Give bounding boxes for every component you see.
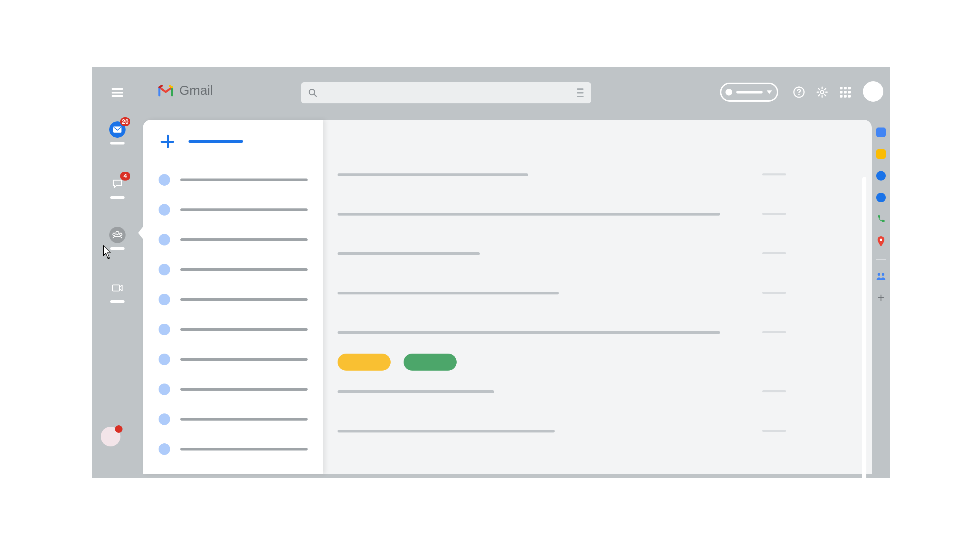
spaces-flyout-panel xyxy=(143,120,323,474)
list-item[interactable] xyxy=(159,234,308,246)
gear-icon xyxy=(816,86,828,98)
spaces-list xyxy=(159,174,308,455)
mail-badge: 20 xyxy=(120,117,130,126)
message-meta xyxy=(762,390,786,392)
chat-icon: 4 xyxy=(109,176,126,192)
item-label-placeholder xyxy=(180,448,308,450)
help-icon xyxy=(793,86,805,98)
svg-rect-13 xyxy=(113,127,121,133)
rail-label-placeholder xyxy=(110,142,124,144)
brand[interactable]: Gmail xyxy=(158,83,213,98)
gmail-app-window: Gmail xyxy=(92,67,890,478)
item-label-placeholder xyxy=(180,268,308,271)
gmail-logo-icon xyxy=(158,85,173,97)
app-header: Gmail xyxy=(92,67,890,118)
svg-point-4 xyxy=(821,90,824,94)
svg-line-12 xyxy=(825,89,826,89)
support-button[interactable] xyxy=(792,85,806,99)
item-label-placeholder xyxy=(180,298,308,301)
avatar-icon xyxy=(159,414,170,425)
list-item[interactable] xyxy=(159,414,308,425)
contacts-icon[interactable] xyxy=(876,193,886,202)
item-label-placeholder xyxy=(180,328,308,331)
message-row[interactable] xyxy=(337,173,528,176)
app-rail: 20 4 xyxy=(92,118,143,478)
maps-icon[interactable] xyxy=(877,236,885,246)
svg-rect-17 xyxy=(113,285,119,291)
rail-item-meet[interactable] xyxy=(103,280,132,303)
search-icon xyxy=(308,88,318,98)
meet-icon xyxy=(109,280,126,296)
keep-icon[interactable] xyxy=(876,149,886,159)
status-label-placeholder xyxy=(737,91,762,94)
avatar-icon xyxy=(159,234,170,246)
item-label-placeholder xyxy=(180,179,308,181)
svg-line-10 xyxy=(825,95,826,96)
list-item[interactable] xyxy=(159,443,308,455)
message-meta xyxy=(762,213,786,215)
list-item[interactable] xyxy=(159,264,308,275)
settings-button[interactable] xyxy=(815,85,829,99)
presence-dot-icon xyxy=(725,89,732,95)
main-menu-button[interactable] xyxy=(111,88,123,97)
rail-label-placeholder xyxy=(110,300,124,303)
svg-point-15 xyxy=(113,233,115,236)
list-item[interactable] xyxy=(159,294,308,305)
label-pill-green[interactable] xyxy=(404,354,457,371)
message-row[interactable] xyxy=(337,213,720,216)
rail-label-placeholder xyxy=(110,196,124,199)
message-meta xyxy=(762,331,786,333)
account-avatar[interactable] xyxy=(863,81,883,102)
rail-item-mail[interactable]: 20 xyxy=(103,121,132,144)
mail-icon: 20 xyxy=(109,121,126,138)
item-label-placeholder xyxy=(180,358,308,361)
message-row[interactable] xyxy=(337,292,559,295)
svg-point-18 xyxy=(880,239,882,241)
message-row[interactable] xyxy=(337,430,555,433)
item-label-placeholder xyxy=(180,208,308,211)
message-row[interactable] xyxy=(337,331,720,334)
flyout-pointer xyxy=(138,227,143,239)
avatar-icon xyxy=(159,324,170,335)
message-meta xyxy=(762,292,786,294)
voice-icon[interactable] xyxy=(876,214,886,224)
svg-point-3 xyxy=(798,94,800,95)
list-item[interactable] xyxy=(159,204,308,216)
svg-point-14 xyxy=(116,232,119,235)
mouse-cursor-icon xyxy=(103,245,115,260)
search-options-icon[interactable] xyxy=(577,89,584,97)
list-item[interactable] xyxy=(159,174,308,186)
google-apps-button[interactable] xyxy=(838,85,852,99)
svg-line-9 xyxy=(818,89,819,89)
scrollbar[interactable] xyxy=(862,177,866,521)
message-meta xyxy=(762,252,786,254)
list-item[interactable] xyxy=(159,354,308,365)
apps-grid-icon xyxy=(840,87,851,98)
search-bar[interactable] xyxy=(301,82,591,103)
avatar-icon xyxy=(159,354,170,365)
item-label-placeholder xyxy=(180,418,308,420)
calendar-icon[interactable] xyxy=(876,127,886,137)
message-meta xyxy=(762,173,786,175)
svg-point-20 xyxy=(882,273,885,276)
message-row[interactable] xyxy=(337,252,480,255)
brand-name: Gmail xyxy=(179,83,213,98)
chevron-down-icon xyxy=(767,90,772,94)
list-item[interactable] xyxy=(159,384,308,395)
message-meta xyxy=(762,430,786,432)
message-row[interactable] xyxy=(337,390,494,393)
spaces-icon xyxy=(109,227,126,243)
avatar-icon xyxy=(159,174,170,186)
new-space-button[interactable] xyxy=(160,134,243,149)
notification-dot-icon xyxy=(115,425,123,433)
rail-bottom-button[interactable] xyxy=(101,427,121,446)
svg-line-11 xyxy=(818,95,819,96)
status-selector[interactable] xyxy=(720,82,778,102)
family-icon[interactable] xyxy=(876,272,886,281)
avatar-icon xyxy=(159,204,170,216)
list-item[interactable] xyxy=(159,324,308,335)
label-pill-yellow[interactable] xyxy=(337,354,391,371)
add-addon-button[interactable]: + xyxy=(877,293,885,303)
rail-item-chat[interactable]: 4 xyxy=(103,176,132,199)
tasks-icon[interactable] xyxy=(876,171,886,181)
